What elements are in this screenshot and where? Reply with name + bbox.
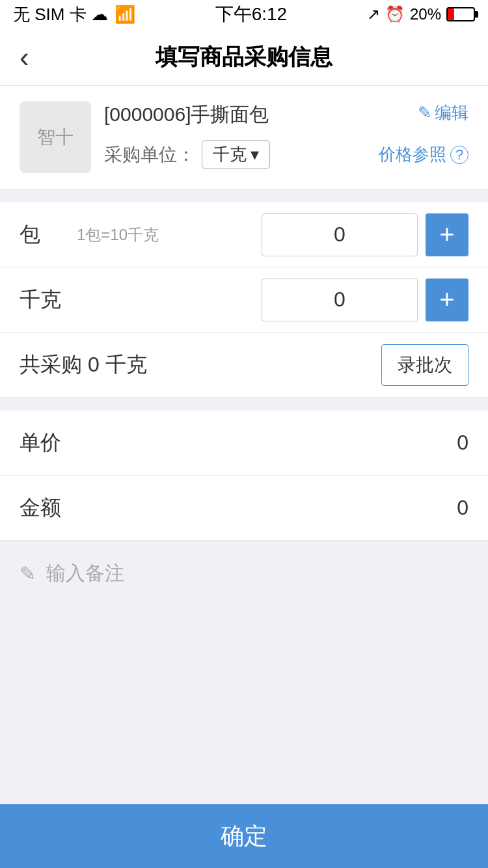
batch-button[interactable]: 录批次 <box>381 344 468 386</box>
product-card: 智十 [0000006]手撕面包 ✎ 编辑 采购单位： 千克 ▾ 价格参照 ? <box>0 86 488 189</box>
remark-section[interactable]: ✎ 输入备注 <box>0 541 488 671</box>
edit-icon: ✎ <box>418 103 432 123</box>
bag-input-row: 包 1包=10千克 0 + <box>0 202 488 267</box>
nav-bar: ‹ 填写商品采购信息 <box>0 29 488 86</box>
amount-value: 0 <box>457 496 468 520</box>
bag-sublabel: 1包=10千克 <box>77 224 159 245</box>
product-name: [0000006]手撕面包 <box>104 102 269 128</box>
section-separator-2 <box>0 398 488 411</box>
wifi-icon: 📶 <box>115 5 135 25</box>
section-separator-1 <box>0 189 488 202</box>
sim-label: 无 SIM 卡 ☁ <box>13 3 108 26</box>
battery-percent: 20% <box>410 5 441 23</box>
page-title: 填写商品采购信息 <box>156 42 332 72</box>
remark-input[interactable]: ✎ 输入备注 <box>20 560 468 587</box>
alarm-icon: ⏰ <box>385 5 405 23</box>
purchase-unit-label: 采购单位： <box>104 142 195 167</box>
status-right: ↗ ⏰ 20% <box>367 5 475 23</box>
confirm-button[interactable]: 确定 <box>0 804 488 868</box>
product-info: [0000006]手撕面包 ✎ 编辑 采购单位： 千克 ▾ 价格参照 ? <box>104 102 468 169</box>
price-ref-button[interactable]: 价格参照 ? <box>379 143 468 166</box>
kg-label: 千克 <box>20 286 72 314</box>
input-section: 包 1包=10千克 0 + 千克 0 + <box>0 202 488 332</box>
back-button[interactable]: ‹ <box>20 43 29 72</box>
total-label: 共采购 0 千克 <box>20 351 381 379</box>
status-time: 下午6:12 <box>215 2 288 27</box>
unit-price-label: 单价 <box>20 429 457 457</box>
amount-row: 金额 0 <box>0 476 488 541</box>
bag-plus-button[interactable]: + <box>426 213 468 256</box>
edit-button[interactable]: ✎ 编辑 <box>418 102 468 124</box>
remark-placeholder: 输入备注 <box>46 560 124 587</box>
purchase-unit-row: 采购单位： 千克 ▾ 价格参照 ? <box>104 140 468 169</box>
kg-input-row: 千克 0 + <box>0 267 488 332</box>
unit-price-row: 单价 0 <box>0 411 488 476</box>
amount-label: 金额 <box>20 494 457 522</box>
dropdown-icon: ▾ <box>251 144 259 165</box>
kg-plus-button[interactable]: + <box>426 278 468 321</box>
bag-number-input[interactable]: 0 <box>262 213 418 256</box>
price-section: 单价 0 金额 0 <box>0 411 488 541</box>
total-row: 共采购 0 千克 录批次 <box>0 332 488 398</box>
location-icon: ↗ <box>367 5 380 23</box>
pencil-icon: ✎ <box>20 562 36 585</box>
unit-price-value: 0 <box>457 431 468 455</box>
unit-dropdown[interactable]: 千克 ▾ <box>202 140 270 169</box>
product-logo: 智十 <box>20 102 91 173</box>
kg-number-input[interactable]: 0 <box>262 278 418 321</box>
product-header: [0000006]手撕面包 ✎ 编辑 <box>104 102 468 128</box>
battery-icon <box>446 7 475 21</box>
info-icon: ? <box>450 146 468 164</box>
status-bar: 无 SIM 卡 ☁ 📶 下午6:12 ↗ ⏰ 20% <box>0 0 488 29</box>
status-left: 无 SIM 卡 ☁ 📶 <box>13 3 135 26</box>
bag-label: 包 <box>20 221 72 249</box>
